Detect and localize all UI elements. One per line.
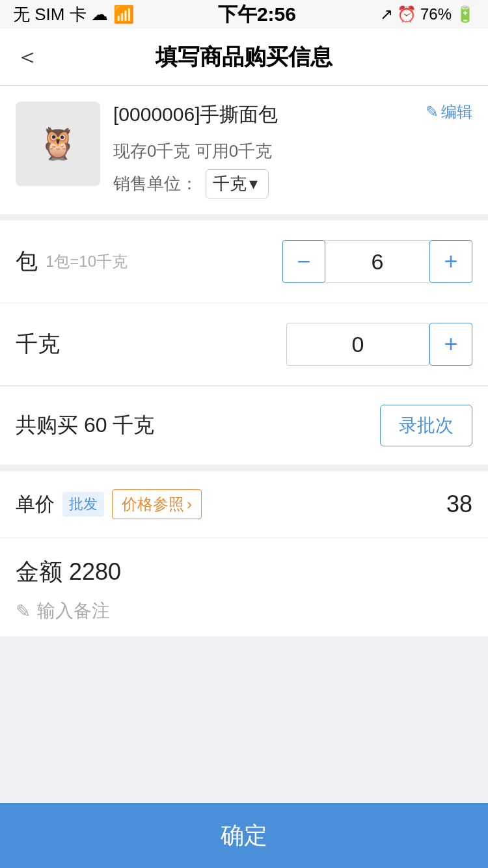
price-value: 38 [446, 491, 472, 518]
kg-control: + [286, 323, 472, 366]
bao-control: − + [282, 240, 472, 283]
bao-row: 包 1包=10千克 − + [0, 221, 488, 303]
sim-label: 无 SIM 卡 ☁ [13, 3, 108, 26]
product-image: 🦉 [16, 102, 100, 186]
price-label-row: 单价 批发 价格参照 › [16, 489, 202, 519]
edit-icon: ✎ [426, 103, 439, 121]
amount-row: 金额 2280 [16, 556, 472, 588]
product-header-row: [0000006]手撕面包 ✎ 编辑 [113, 102, 472, 135]
alarm-icon: ⏰ [397, 5, 416, 23]
price-badge: 批发 [62, 492, 104, 517]
product-logo: 🦉 [38, 126, 77, 162]
product-unit-row: 销售单位： 千克 ▾ [113, 169, 472, 198]
price-label: 单价 [16, 491, 55, 518]
pencil-icon: ✎ [16, 601, 31, 622]
bao-increment-button[interactable]: + [429, 240, 472, 283]
remark-row[interactable]: ✎ 输入备注 [16, 599, 472, 623]
unit-dropdown[interactable]: 千克 ▾ [206, 169, 269, 198]
product-name: [0000006]手撕面包 [113, 102, 278, 128]
kg-increment-button[interactable]: + [429, 323, 472, 366]
edit-button[interactable]: ✎ 编辑 [426, 102, 472, 122]
unit-label: 销售单位： [113, 172, 198, 195]
price-ref-button[interactable]: 价格参照 › [112, 489, 202, 519]
edit-label: 编辑 [441, 102, 472, 122]
total-label: 共购买 60 千克 [16, 411, 154, 440]
kg-row: 千克 + [0, 303, 488, 386]
wifi-icon: 📶 [113, 5, 134, 25]
amount-label: 金额 2280 [16, 558, 121, 585]
kg-input[interactable] [286, 323, 429, 366]
price-ref-arrow: › [187, 495, 192, 513]
page-title: 填写商品购买信息 [156, 42, 332, 72]
chevron-down-icon: ▾ [249, 174, 258, 194]
kg-label: 千克 [16, 329, 60, 359]
product-card: 🦉 [0000006]手撕面包 ✎ 编辑 现存0千克 可用0千克 销售单位： 千… [0, 86, 488, 221]
nav-bar: ＜ 填写商品购买信息 [0, 29, 488, 86]
price-section: 单价 批发 价格参照 › 38 [0, 471, 488, 538]
product-stock: 现存0千克 可用0千克 [113, 140, 472, 163]
record-batch-button[interactable]: 录批次 [380, 405, 472, 446]
quantity-section: 包 1包=10千克 − + 千克 + [0, 221, 488, 387]
bao-label: 包 [16, 247, 38, 277]
status-bar: 无 SIM 卡 ☁ 📶 下午2:56 ↗ ⏰ 76% 🔋 [0, 0, 488, 29]
spacer [0, 636, 488, 803]
bao-decrement-button[interactable]: − [282, 240, 325, 283]
status-time: 下午2:56 [218, 1, 296, 28]
price-ref-label: 价格参照 [122, 494, 184, 515]
bao-hint: 1包=10千克 [46, 251, 128, 272]
unit-value: 千克 [213, 172, 247, 195]
battery-icon: 🔋 [455, 5, 475, 23]
bao-label-group: 包 1包=10千克 [16, 247, 128, 277]
status-left: 无 SIM 卡 ☁ 📶 [13, 3, 134, 26]
status-right: ↗ ⏰ 76% 🔋 [380, 5, 475, 23]
location-icon: ↗ [380, 5, 393, 23]
product-info: [0000006]手撕面包 ✎ 编辑 现存0千克 可用0千克 销售单位： 千克 … [113, 102, 472, 198]
bao-input[interactable] [325, 240, 429, 283]
battery-label: 76% [420, 5, 452, 23]
remark-placeholder: 输入备注 [37, 599, 110, 623]
confirm-button[interactable]: 确定 [0, 803, 488, 868]
amount-section: 金额 2280 ✎ 输入备注 [0, 538, 488, 636]
back-button[interactable]: ＜ [16, 41, 39, 73]
total-row: 共购买 60 千克 录批次 [0, 387, 488, 471]
